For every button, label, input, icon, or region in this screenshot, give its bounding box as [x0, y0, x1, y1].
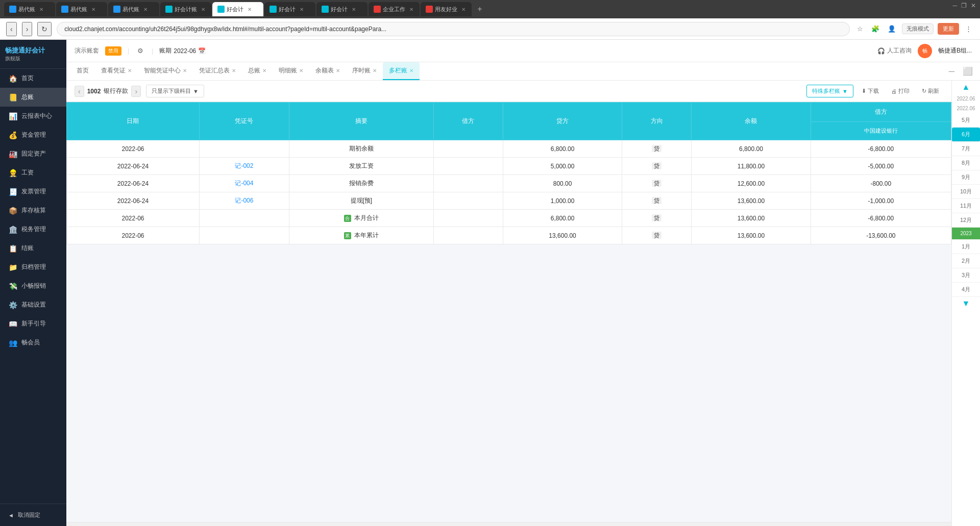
new-tab-button[interactable]: +: [473, 2, 487, 16]
browser-tab-8[interactable]: 企业工作 ✕: [369, 2, 420, 16]
sidebar-item-reports[interactable]: 📊 云报表中心: [0, 107, 66, 126]
sidebar-item-tax[interactable]: 🏛️ 税务管理: [0, 220, 66, 239]
sidebar-item-invoice[interactable]: 🧾 发票管理: [0, 182, 66, 201]
back-button[interactable]: ‹: [6, 22, 17, 36]
page-tab-general[interactable]: 总账 ✕: [242, 62, 273, 80]
tab-close-1[interactable]: ✕: [39, 7, 43, 12]
sidebar-item-settings[interactable]: ⚙️ 基础设置: [0, 295, 66, 314]
sidebar-item-funds[interactable]: 💰 资金管理: [0, 126, 66, 144]
date-item-december[interactable]: 12月: [952, 213, 980, 228]
close-tab-voucher[interactable]: ✕: [128, 68, 132, 73]
date-item-july[interactable]: 7月: [952, 142, 980, 156]
close-tab-journal[interactable]: ✕: [373, 68, 377, 73]
tab-close-2[interactable]: ✕: [91, 7, 95, 12]
minimize-button[interactable]: ─: [952, 2, 957, 9]
close-tab-detail[interactable]: ✕: [299, 68, 303, 73]
update-button[interactable]: 更新: [938, 23, 959, 35]
unpin-button[interactable]: ◄ 取消固定: [0, 508, 66, 522]
date-item-apr[interactable]: 4月: [952, 283, 980, 297]
page-tab-home[interactable]: 首页: [70, 62, 95, 80]
voucher-link-4[interactable]: 记-006: [235, 197, 253, 204]
sidebar-item-inventory[interactable]: 📦 库存核算: [0, 201, 66, 220]
close-button[interactable]: ✕: [971, 2, 976, 9]
close-tab-multi[interactable]: ✕: [409, 68, 413, 73]
print-button[interactable]: 🖨 打印: [887, 85, 914, 97]
browser-tab-5[interactable]: 好会计 ✕: [212, 2, 263, 16]
sidebar-item-guide[interactable]: 📖 新手引导: [0, 314, 66, 333]
reload-button[interactable]: ↻: [37, 22, 52, 36]
sidebar-item-archive[interactable]: 📁 归档管理: [0, 258, 66, 277]
bottom-scrollbar[interactable]: [66, 522, 951, 526]
date-scroll-down-button[interactable]: ▼: [952, 297, 980, 310]
close-period-icon: 📋: [8, 244, 17, 253]
page-tab-multi[interactable]: 多栏账 ✕: [383, 62, 420, 80]
voucher-link-3[interactable]: 记-004: [235, 180, 253, 187]
tab-bar-maximize[interactable]: ⬜: [960, 64, 976, 78]
voucher-link-2[interactable]: 记-002: [235, 162, 253, 169]
forward-button[interactable]: ›: [22, 22, 33, 36]
close-tab-balance[interactable]: ✕: [336, 68, 340, 73]
browser-tab-9[interactable]: 用友好业 ✕: [421, 2, 472, 16]
page-tab-summary[interactable]: 凭证汇总表 ✕: [193, 62, 242, 80]
extension-icon[interactable]: 🧩: [869, 24, 881, 34]
tab-close-3[interactable]: ✕: [143, 7, 148, 12]
date-item-november[interactable]: 11月: [952, 199, 980, 213]
browser-tab-1[interactable]: 易代账 ✕: [4, 2, 55, 16]
date-item-mar[interactable]: 3月: [952, 268, 980, 283]
prev-account-button[interactable]: ‹: [75, 86, 84, 97]
tax-icon: 🏛️: [8, 226, 17, 234]
tab-close-5[interactable]: ✕: [248, 7, 252, 12]
browser-tab-7[interactable]: 好会计 ✕: [316, 2, 368, 16]
tab-bar-minimize[interactable]: ─: [946, 65, 958, 78]
date-item-october[interactable]: 10月: [952, 185, 980, 199]
browser-tab-6[interactable]: 好会计 ✕: [264, 2, 315, 16]
sidebar-item-salary[interactable]: 👷 工资: [0, 163, 66, 182]
sidebar-item-ledger[interactable]: 📒 总账: [0, 88, 66, 107]
restore-button[interactable]: ❐: [961, 2, 967, 9]
sidebar-item-close[interactable]: 📋 结账: [0, 239, 66, 258]
date-scroll-up-button[interactable]: ▲: [952, 81, 980, 94]
next-account-button[interactable]: ›: [131, 86, 141, 97]
period-selector[interactable]: 账期 2022-06 📅: [159, 46, 206, 55]
tab-close-6[interactable]: ✕: [300, 7, 304, 12]
bookmark-icon[interactable]: ☆: [855, 24, 865, 34]
sidebar-item-home[interactable]: 🏠 首页: [0, 69, 66, 88]
date-item-feb[interactable]: 2月: [952, 254, 980, 268]
sidebar-item-member[interactable]: 👥 畅会员: [0, 333, 66, 352]
sidebar-item-assets[interactable]: 🏭 固定资产: [0, 144, 66, 163]
date-item-september[interactable]: 9月: [952, 170, 980, 185]
date-item-june[interactable]: 6月: [952, 128, 980, 142]
stealth-button[interactable]: 无痕模式: [902, 23, 934, 34]
browser-tab-4[interactable]: 好会计账 ✕: [160, 2, 211, 16]
date-item-may[interactable]: 5月: [952, 113, 980, 128]
page-tab-smart[interactable]: 智能凭证中心 ✕: [138, 62, 193, 80]
user-service[interactable]: 🎧 人工咨询: [877, 46, 912, 55]
refresh-button[interactable]: ↻ 刷新: [918, 85, 943, 97]
tab-close-8[interactable]: ✕: [409, 7, 413, 12]
filter-button[interactable]: 只显示下级科目 ▼: [146, 85, 204, 97]
browser-tab-2[interactable]: 易代账 ✕: [56, 2, 107, 16]
row5-voucher: [199, 210, 289, 227]
tab-close-9[interactable]: ✕: [461, 7, 465, 12]
date-item-year-2023[interactable]: 2023: [952, 228, 980, 240]
page-tab-detail[interactable]: 明细账 ✕: [273, 62, 309, 80]
close-tab-summary[interactable]: ✕: [232, 68, 236, 73]
sidebar-item-expense[interactable]: 💸 小畅报销: [0, 277, 66, 295]
profile-icon[interactable]: 👤: [886, 24, 898, 34]
close-tab-general[interactable]: ✕: [262, 68, 266, 73]
tab-close-4[interactable]: ✕: [201, 7, 205, 12]
page-tab-journal[interactable]: 序时账 ✕: [346, 62, 383, 80]
page-tab-voucher[interactable]: 查看凭证 ✕: [95, 62, 138, 80]
menu-icon[interactable]: ⋮: [963, 24, 974, 34]
col-extra-sub: 中国建设银行: [811, 122, 951, 140]
browser-tab-3[interactable]: 易代账 ✕: [108, 2, 159, 16]
download-button[interactable]: ⬇ 下载: [857, 85, 883, 97]
close-tab-smart[interactable]: ✕: [183, 68, 187, 73]
topbar-settings-icon[interactable]: ⚙: [135, 46, 145, 56]
date-item-jan[interactable]: 1月: [952, 240, 980, 254]
page-tab-balance[interactable]: 余额表 ✕: [309, 62, 346, 80]
address-input[interactable]: [57, 22, 850, 36]
special-multicolumn-button[interactable]: 特殊多栏账 ▼: [806, 85, 853, 97]
tab-close-7[interactable]: ✕: [352, 7, 356, 12]
date-item-august[interactable]: 8月: [952, 156, 980, 170]
